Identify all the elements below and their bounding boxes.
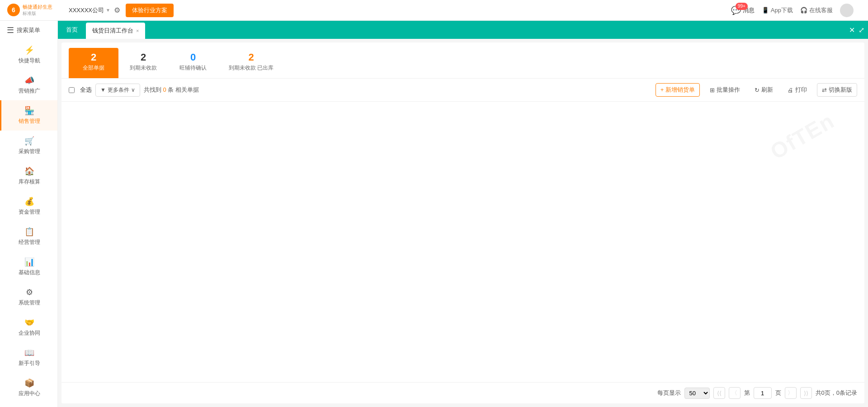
filter-icon: ▼ [100, 87, 106, 93]
sidebar-search-label: 搜索菜单 [17, 26, 40, 34]
print-label: 打印 [795, 86, 807, 94]
app-download-button[interactable]: 📱 App下载 [762, 6, 793, 14]
sidebar-item-apps[interactable]: 📦 应用中心 [0, 373, 57, 403]
sidebar-item-finance[interactable]: 💰 资金管理 [0, 191, 57, 221]
logo-sub: 标准版 [23, 10, 52, 17]
first-page-button[interactable]: ⟨⟨ [713, 387, 725, 399]
sidebar-purchase-label: 采购管理 [19, 148, 40, 155]
sidebar-item-quicknav[interactable]: ⚡ 快捷导航 [0, 40, 57, 70]
tab-home[interactable]: 首页 [58, 21, 86, 39]
sidebar-item-basics[interactable]: 📊 基础信息 [0, 252, 57, 282]
logo: 6 畅捷通好生意 标准版 [7, 4, 65, 16]
refresh-icon: ↻ [755, 87, 760, 94]
refresh-label: 刷新 [761, 86, 773, 94]
layout: ☰ 搜索菜单 ⚡ 快捷导航 📣 营销推广 🏪 销售管理 🛒 采购管理 🏠 库存核… [0, 21, 868, 407]
cart-icon: 🛒 [24, 136, 34, 146]
main-content: 首页 钱货日清工作台 × ✕ ⤢ OfTEn 2 全部单据 2 [58, 21, 868, 407]
stat-count-overdue: 2 [141, 51, 146, 63]
tab-workbench[interactable]: 钱货日清工作台 × [86, 23, 145, 39]
last-page-button[interactable]: ⟩⟩ [800, 387, 812, 399]
money-icon: 💰 [24, 196, 34, 206]
stat-tab-shipped[interactable]: 2 到期未收款 已出库 [218, 48, 284, 78]
tab-close-icon[interactable]: × [136, 28, 139, 33]
select-all-checkbox[interactable] [69, 87, 75, 93]
avatar[interactable] [840, 4, 854, 17]
found-prefix: 共找到 [144, 86, 161, 93]
message-badge: 99+ [736, 3, 748, 10]
page-content: OfTEn 2 全部单据 2 到期未收款 0 旺辅待确认 2 到期未收款 已出库 [61, 42, 864, 403]
sidebar-quicknav-label: 快捷导航 [19, 57, 40, 65]
sidebar-item-purchase[interactable]: 🛒 采购管理 [0, 131, 57, 161]
table-icon: 📊 [24, 257, 34, 267]
stat-label-pending: 旺辅待确认 [179, 64, 207, 72]
sidebar-item-search[interactable]: ☰ 搜索菜单 [0, 21, 57, 40]
page-size-label: 每页显示 [657, 389, 681, 397]
next-page-button[interactable]: 〉 [785, 387, 797, 399]
total-info: 共0页，0条记录 [816, 389, 857, 397]
sidebar-item-guide[interactable]: 📖 新手引导 [0, 342, 57, 373]
found-suffix: 相关单据 [175, 86, 199, 93]
message-button[interactable]: 💬 消息 99+ [731, 5, 755, 15]
print-icon: 🖨 [788, 87, 793, 94]
sidebar-operations-label: 经营管理 [19, 239, 40, 246]
sidebar-system-label: 系统管理 [19, 299, 40, 307]
sidebar-marketing-label: 营销推广 [19, 87, 40, 95]
stat-label-shipped: 到期未收款 已出库 [229, 64, 274, 72]
tab-bar-actions: ✕ ⤢ [849, 26, 868, 34]
home-icon: 🏠 [24, 166, 34, 176]
batch-button[interactable]: ⊞ 批量操作 [705, 84, 745, 96]
sidebar-item-marketing[interactable]: 📣 营销推广 [0, 70, 57, 100]
switch-icon: ⇄ [822, 87, 827, 94]
settings-icon[interactable]: ⚙ [114, 6, 120, 14]
sidebar-inventory-label: 库存核算 [19, 178, 40, 186]
search-icon: ☰ [7, 25, 14, 35]
print-button[interactable]: 🖨 打印 [783, 84, 811, 96]
handshake-icon: 🤝 [24, 318, 34, 327]
stat-tab-overdue[interactable]: 2 到期未收款 [118, 48, 168, 78]
page-word2: 页 [775, 389, 781, 397]
page-size-select[interactable]: 50 100 200 [684, 388, 710, 399]
app-download-label: App下载 [771, 6, 793, 14]
top-bar: 6 畅捷通好生意 标准版 XXXXXX公司 ▼ ⚙ 体验行业方案 💬 消息 99… [0, 0, 868, 21]
found-unit: 条 [168, 86, 174, 93]
tab-close-window-icon[interactable]: ✕ [849, 26, 855, 34]
sidebar-item-collab[interactable]: 🤝 企业协同 [0, 312, 57, 342]
stat-count-pending: 0 [190, 51, 196, 63]
batch-label: 批量操作 [717, 86, 740, 94]
switch-version-button[interactable]: ⇄ 切换新版 [817, 83, 857, 97]
new-order-button[interactable]: + 新增销货单 [656, 83, 700, 97]
sidebar-item-operations[interactable]: 📋 经营管理 [0, 221, 57, 252]
page-number-input[interactable] [754, 387, 772, 399]
stat-tab-all[interactable]: 2 全部单据 [69, 48, 118, 78]
company-name: XXXXXX公司 [69, 6, 104, 14]
sidebar-basics-label: 基础信息 [19, 269, 40, 276]
experience-button[interactable]: 体验行业方案 [126, 4, 174, 17]
box-icon: 📦 [24, 378, 34, 388]
refresh-button[interactable]: ↻ 刷新 [750, 84, 778, 96]
stat-tab-pending[interactable]: 0 旺辅待确认 [168, 48, 218, 78]
store-icon: 🏪 [24, 106, 34, 116]
filter-chevron-icon: ∨ [131, 87, 135, 93]
sidebar-item-system[interactable]: ⚙ 系统管理 [0, 282, 57, 312]
footer-pagination: 每页显示 50 100 200 ⟨⟨ 〈 第 页 〉 ⟩⟩ 共0页，0条记录 [61, 382, 864, 403]
clipboard-icon: 📋 [24, 227, 34, 237]
stat-label-all: 全部单据 [83, 64, 104, 72]
top-bar-right: 💬 消息 99+ 📱 App下载 🎧 在线客服 [731, 4, 861, 17]
tab-expand-icon[interactable]: ⤢ [859, 26, 864, 34]
batch-icon: ⊞ [710, 87, 715, 94]
online-service-button[interactable]: 🎧 在线客服 [800, 6, 833, 14]
sidebar-sales-label: 销售管理 [19, 117, 40, 125]
prev-page-button[interactable]: 〈 [729, 387, 741, 399]
filter-label: 更多条件 [108, 86, 129, 94]
sidebar-apps-label: 应用中心 [19, 390, 40, 398]
sidebar-collab-label: 企业协同 [19, 329, 40, 337]
filter-button[interactable]: ▼ 更多条件 ∨ [95, 84, 140, 97]
logo-icon: 6 [7, 4, 20, 16]
stat-label-overdue: 到期未收款 [130, 64, 157, 72]
stat-count-shipped: 2 [249, 51, 254, 63]
sidebar-item-wechat[interactable]: 💬 企业微信 [0, 403, 57, 407]
sidebar-item-sales[interactable]: 🏪 销售管理 [0, 100, 57, 131]
company-selector[interactable]: XXXXXX公司 ▼ [69, 6, 110, 14]
found-text: 共找到 0 条 相关单据 [144, 86, 199, 94]
sidebar-item-inventory[interactable]: 🏠 库存核算 [0, 161, 57, 191]
